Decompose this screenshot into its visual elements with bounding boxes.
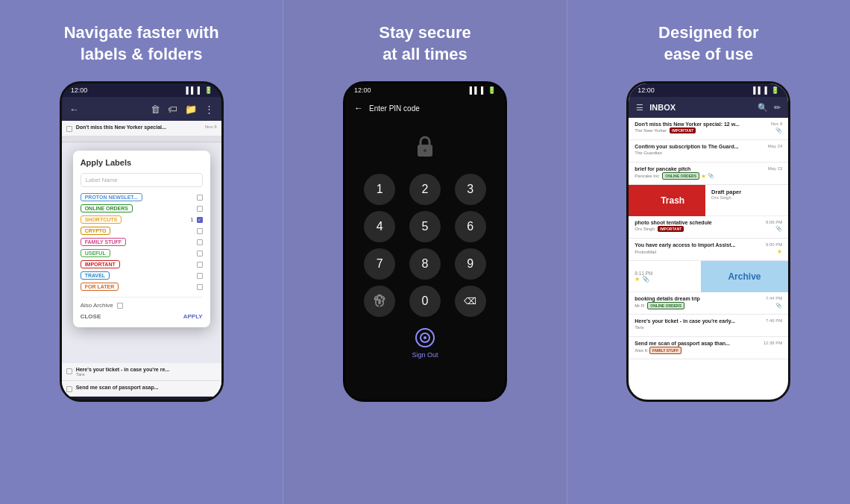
label-item[interactable]: SHORTCUTS 1 ✓	[81, 214, 203, 225]
label-item[interactable]: USEFUL	[81, 248, 203, 259]
email-sender: Alex K	[635, 348, 647, 353]
more-icon[interactable]: ⋮	[204, 104, 214, 115]
pin-key-3[interactable]: 3	[455, 174, 486, 205]
label-item[interactable]: IMPORTANT	[81, 259, 203, 270]
inbox-row[interactable]: brief for pancake pitch May 23 Pancake I…	[629, 163, 788, 185]
swipe-trash-row: Trash Draft paper Ors Singh	[629, 185, 788, 216]
label-tag: IMPORTANT	[81, 260, 120, 268]
menu-icon[interactable]: ☰	[636, 103, 643, 113]
star-icon: ★	[777, 248, 782, 255]
phone1: 12:00 ▌▌ ▌ 🔋 ← 🗑 🏷 📁 ⋮ Don't miss this N…	[60, 81, 224, 402]
label-count: 1	[190, 216, 193, 223]
label-item[interactable]: PROTON NEWSLET...	[81, 192, 203, 203]
phone2-time: 12:00	[354, 86, 371, 94]
phone1-signal: ▌▌ ▌ 🔋	[186, 86, 212, 94]
label-checkbox[interactable]	[197, 284, 203, 290]
also-archive-checkbox[interactable]	[117, 303, 123, 309]
label-checkbox-checked[interactable]: ✓	[197, 217, 203, 223]
phone3-statusbar: 12:00 ▌▌ ▌ 🔋	[629, 84, 788, 97]
label-item[interactable]: FOR LATER	[81, 281, 203, 292]
folder-icon[interactable]: 📁	[185, 104, 197, 115]
fingerprint-btn[interactable]	[364, 286, 395, 317]
label-checkbox[interactable]	[197, 251, 203, 256]
pin-key-0[interactable]: 0	[409, 286, 441, 317]
label-tag: USEFUL	[81, 249, 110, 257]
pin-key-5[interactable]: 5	[409, 211, 441, 242]
labels-list: PROTON NEWSLET... ONLINE ORDERS SHORTCUT…	[81, 192, 203, 292]
inbox-row[interactable]: Don't miss this New Yorker special: 12 w…	[629, 118, 788, 140]
label-checkbox[interactable]	[197, 195, 203, 201]
label-checkbox[interactable]	[197, 206, 203, 212]
label-tag: SHORTCUTS	[81, 215, 122, 224]
email-row[interactable]: Don't miss this New Yorker special... No…	[62, 121, 221, 136]
also-archive-label: Also Archive	[81, 302, 113, 309]
phone3: 12:00 ▌▌ ▌ 🔋 ☰ INBOX 🔍 ✏ Don't miss this…	[626, 81, 790, 402]
email-subject: Don't miss this New Yorker special...	[76, 125, 201, 130]
swipe-email-card: Draft paper Ors Singh	[705, 185, 788, 216]
inbox-row[interactable]: photo shoot tentative schedule 8:06 PM O…	[629, 216, 788, 239]
pin-key-7[interactable]: 7	[364, 248, 395, 280]
pin-key-1[interactable]: 1	[364, 174, 395, 205]
delete-icon[interactable]: 🗑	[151, 104, 160, 115]
email-sender: Tara	[635, 325, 643, 330]
archive-label: Archive	[728, 271, 761, 282]
email-row[interactable]: Here's your ticket - in case you're re..…	[62, 363, 221, 381]
inbox-row[interactable]: You have early access to Import Assist..…	[629, 239, 788, 261]
trash-swipe-bg: Trash	[629, 185, 717, 216]
family-badge: FAMILY STUFF	[649, 347, 681, 354]
label-item[interactable]: FAMILY STUFF	[81, 236, 203, 248]
label-tag: FAMILY STUFF	[81, 238, 126, 246]
label-item[interactable]: ONLINE ORDERS	[81, 203, 203, 214]
phone3-time: 12:00	[638, 86, 655, 94]
back-icon[interactable]: ←	[69, 104, 79, 115]
email-sender: Tara	[76, 372, 217, 377]
email-subject: photo shoot tentative schedule	[635, 220, 711, 225]
email-checkbox[interactable]	[66, 386, 72, 392]
tag-icon[interactable]: 🏷	[168, 104, 177, 115]
important-badge: IMPORTANT	[658, 226, 684, 232]
pin-key-8[interactable]: 8	[409, 248, 441, 280]
inbox-row[interactable]: booking details dream trip 7:44 PM Mr R …	[629, 292, 788, 315]
label-tag: PROTON NEWSLET...	[81, 193, 142, 201]
label-item[interactable]: CRYPTO	[81, 225, 203, 236]
paperclip-icon: 📎	[775, 226, 782, 232]
svg-point-1	[424, 149, 426, 152]
paperclip-icon: 📎	[775, 303, 782, 309]
pin-key-2[interactable]: 2	[409, 174, 441, 205]
label-checkbox[interactable]	[197, 273, 203, 279]
search-icon[interactable]: 🔍	[758, 103, 768, 113]
email-checkbox[interactable]	[66, 126, 72, 132]
email-checkbox[interactable]	[66, 368, 72, 374]
back-icon[interactable]: ←	[354, 103, 363, 113]
email-subject: You have early access to Import Assist..…	[635, 242, 735, 248]
pin-delete-btn[interactable]: ⌫	[455, 286, 486, 317]
pin-key-9[interactable]: 9	[455, 248, 486, 280]
modal-title: Apply Labels	[81, 158, 203, 167]
email-subject: booking details dream trip	[635, 296, 700, 301]
email-row[interactable]: Send me scan of passport asap...	[62, 381, 221, 397]
sign-out-link[interactable]: Sign Out	[345, 351, 505, 359]
phone2-signal: ▌▌ ▌ 🔋	[470, 86, 496, 94]
pin-key-4[interactable]: 4	[364, 211, 395, 242]
label-checkbox[interactable]	[197, 262, 203, 268]
trash-label: Trash	[661, 195, 684, 206]
also-archive-row[interactable]: Also Archive	[81, 302, 123, 309]
swipe-archive-row: 8:11 PM ★ 📎 Archive	[629, 261, 788, 292]
panel2-title: Stay secure at all times	[379, 22, 471, 65]
phone2: 12:00 ▌▌ ▌ 🔋 ← Enter PIN code 1 2 3 4 5 …	[343, 81, 507, 402]
inbox-row[interactable]: Confirm your subscription to The Guard..…	[629, 140, 788, 163]
email-sender: Mr R	[635, 303, 644, 308]
panel-ease-of-use: Designed for ease of use 12:00 ▌▌ ▌ 🔋 ☰ …	[567, 0, 850, 504]
apply-button[interactable]: APPLY	[183, 313, 203, 320]
close-button[interactable]: CLOSE	[81, 313, 101, 320]
label-tag: FOR LATER	[81, 283, 119, 291]
label-checkbox[interactable]	[197, 239, 203, 245]
edit-icon[interactable]: ✏	[774, 103, 781, 113]
label-checkbox[interactable]	[197, 228, 203, 234]
inbox-row[interactable]: Here's your ticket - in case you're earl…	[629, 315, 788, 337]
email-date: 12:38 PM	[764, 341, 783, 346]
label-name-input[interactable]: Label Name	[81, 173, 203, 187]
label-item[interactable]: TRAVEL	[81, 270, 203, 281]
pin-key-6[interactable]: 6	[455, 211, 486, 242]
inbox-row[interactable]: Send me scan of passport asap than... 12…	[629, 337, 788, 359]
